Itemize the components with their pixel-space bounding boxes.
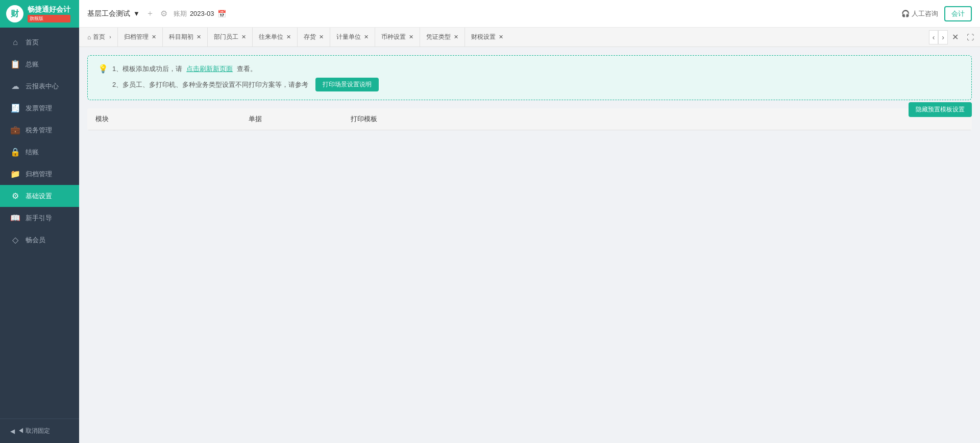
tab-label: 币种设置 [381, 33, 406, 41]
guide-label: 新手引导 [26, 214, 52, 223]
tab-departments[interactable]: 部门员工✕ [208, 28, 253, 47]
tab-label: 归档管理 [124, 33, 149, 41]
tab-units[interactable]: 计量单位✕ [330, 28, 375, 47]
tab-tax-settings[interactable]: 财税设置✕ [465, 28, 505, 47]
sidebar-item-ledger[interactable]: 📋 总账 [0, 53, 79, 75]
period-value: 2023-03 [190, 10, 214, 17]
archive-icon: 📁 [10, 169, 20, 179]
bulb-icon: 💡 [98, 64, 108, 74]
tab-archive-mgmt[interactable]: 归档管理✕ [118, 28, 163, 47]
tax-icon: 💼 [10, 125, 20, 135]
tab-home-chevron: › [109, 34, 111, 40]
notice-line2-prefix: 2、多员工、多打印机、多种业务类型设置不同打印方案等，请参考 [112, 80, 308, 89]
calendar-icon[interactable]: 📅 [217, 10, 226, 18]
sidebar-item-settings[interactable]: ⚙ 基础设置 [0, 185, 79, 207]
project-dropdown-icon: ▼ [133, 10, 140, 17]
archive-label: 归档管理 [26, 170, 52, 179]
tab-prev-button[interactable]: ‹ [929, 30, 939, 44]
tab-label: 财税设置 [471, 33, 496, 41]
tab-close-all-button[interactable]: ✕ [948, 30, 963, 44]
user-role-button[interactable]: 会计 [944, 6, 972, 21]
tab-close-icon[interactable]: ✕ [319, 34, 324, 40]
period-label: 账期 [174, 9, 187, 18]
tab-label: 凭证类型 [426, 33, 451, 41]
notice-row-2: 2、多员工、多打印机、多种业务类型设置不同打印方案等，请参考 打印场景设置说明 [98, 78, 961, 91]
reports-icon: ☁ [10, 81, 20, 91]
table-header-template: 打印模板 [342, 108, 972, 130]
sidebar-footer[interactable]: ◀ ◀ 取消固定 [0, 418, 79, 443]
tab-inventory[interactable]: 存货✕ [298, 28, 330, 47]
notice-line1-suffix: 查看。 [237, 64, 257, 74]
print-scene-btn[interactable]: 打印场景设置说明 [315, 78, 379, 91]
invoice-icon: 🧾 [10, 103, 20, 113]
tab-label: 往来单位 [259, 33, 283, 41]
tab-close-icon[interactable]: ✕ [454, 34, 458, 40]
member-label: 畅会员 [26, 236, 45, 245]
project-name: 基层工会测试 [87, 9, 130, 18]
guide-icon: 📖 [10, 213, 20, 223]
sidebar-item-invoice[interactable]: 🧾 发票管理 [0, 97, 79, 119]
tab-expand-button[interactable]: ⛶ [963, 31, 978, 43]
invoice-label: 发票管理 [26, 104, 52, 113]
project-selector[interactable]: 基层工会测试 ▼ [87, 9, 140, 18]
tab-home[interactable]: ⌂首页› [81, 28, 118, 47]
notice-row-1: 💡 1、模板添加成功后，请 点击刷新新页面 查看。 [98, 64, 961, 74]
tab-home-label: 首页 [93, 33, 105, 41]
tab-label: 存货 [304, 33, 316, 41]
topbar: 基层工会测试 ▼ ＋ ⚙ 账期 2023-03 📅 🎧 人工咨询 会计 [79, 0, 980, 28]
tab-next-button[interactable]: › [938, 30, 948, 44]
notice-refresh-link[interactable]: 点击刷新新页面 [186, 64, 233, 74]
data-table: 模块 单据 打印模板 [87, 108, 972, 130]
tab-label: 部门员工 [214, 33, 238, 41]
table-header-module: 模块 [87, 108, 240, 130]
sidebar-item-guide[interactable]: 📖 新手引导 [0, 207, 79, 229]
checkout-label: 结账 [26, 148, 39, 157]
logo-badge: 旗舰版 [28, 15, 70, 22]
reports-label: 云报表中心 [26, 82, 59, 91]
unpin-icon: ◀ [10, 428, 15, 435]
tab-close-icon[interactable]: ✕ [241, 34, 246, 40]
main-area: 基层工会测试 ▼ ＋ ⚙ 账期 2023-03 📅 🎧 人工咨询 会计 ⌂首页›… [79, 0, 980, 443]
sidebar-logo: 财 畅捷通好会计 旗舰版 [0, 0, 79, 28]
tab-close-icon[interactable]: ✕ [364, 34, 369, 40]
tab-voucher-type[interactable]: 凭证类型✕ [420, 28, 465, 47]
tab-vendors[interactable]: 往来单位✕ [253, 28, 298, 47]
add-project-button[interactable]: ＋ [146, 8, 154, 19]
home-icon: ⌂ [10, 38, 20, 47]
home-icon: ⌂ [87, 34, 91, 41]
sidebar-item-archive[interactable]: 📁 归档管理 [0, 163, 79, 185]
table-header-document: 单据 [240, 108, 342, 130]
sidebar-item-reports[interactable]: ☁ 云报表中心 [0, 75, 79, 97]
topbar-right: 🎧 人工咨询 会计 [901, 6, 972, 21]
support-button[interactable]: 🎧 人工咨询 [901, 9, 938, 18]
ledger-icon: 📋 [10, 59, 20, 69]
settings-icon: ⚙ [10, 191, 20, 201]
support-label: 人工咨询 [912, 9, 938, 18]
tab-close-icon[interactable]: ✕ [499, 34, 503, 40]
headset-icon: 🎧 [901, 10, 910, 17]
logo-icon: 财 [6, 5, 23, 22]
tax-label: 税务管理 [26, 126, 52, 135]
sidebar: 财 畅捷通好会计 旗舰版 ⌂ 首页 📋 总账 ☁ 云报表中心 🧾 发票管理 💼 … [0, 0, 79, 443]
home-label: 首页 [26, 38, 39, 47]
notice-box: 💡 1、模板添加成功后，请 点击刷新新页面 查看。 2、多员工、多打印机、多种业… [87, 55, 972, 100]
hide-preview-btn[interactable]: 隐藏预置模板设置 [909, 102, 972, 117]
settings-label: 基础设置 [26, 192, 52, 201]
period-selector: 账期 2023-03 📅 [174, 9, 226, 18]
sidebar-item-checkout[interactable]: 🔒 结账 [0, 141, 79, 163]
logo-text: 畅捷通好会计 [28, 5, 70, 14]
tab-subjects[interactable]: 科目期初✕ [163, 28, 208, 47]
settings-icon[interactable]: ⚙ [160, 9, 167, 18]
sidebar-item-member[interactable]: ◇ 畅会员 [0, 229, 79, 251]
tab-close-icon[interactable]: ✕ [152, 34, 156, 40]
ledger-label: 总账 [26, 60, 39, 69]
tab-close-icon[interactable]: ✕ [286, 34, 291, 40]
content-area: 隐藏预置模板设置 💡 1、模板添加成功后，请 点击刷新新页面 查看。 2、多员工… [79, 47, 980, 443]
checkout-icon: 🔒 [10, 147, 20, 157]
tab-close-icon[interactable]: ✕ [409, 34, 413, 40]
tab-close-icon[interactable]: ✕ [197, 34, 201, 40]
sidebar-item-tax[interactable]: 💼 税务管理 [0, 119, 79, 141]
tabbar: ⌂首页›归档管理✕科目期初✕部门员工✕往来单位✕存货✕计量单位✕币种设置✕凭证类… [79, 28, 980, 47]
sidebar-item-home[interactable]: ⌂ 首页 [0, 32, 79, 53]
tab-currency[interactable]: 币种设置✕ [375, 28, 420, 47]
